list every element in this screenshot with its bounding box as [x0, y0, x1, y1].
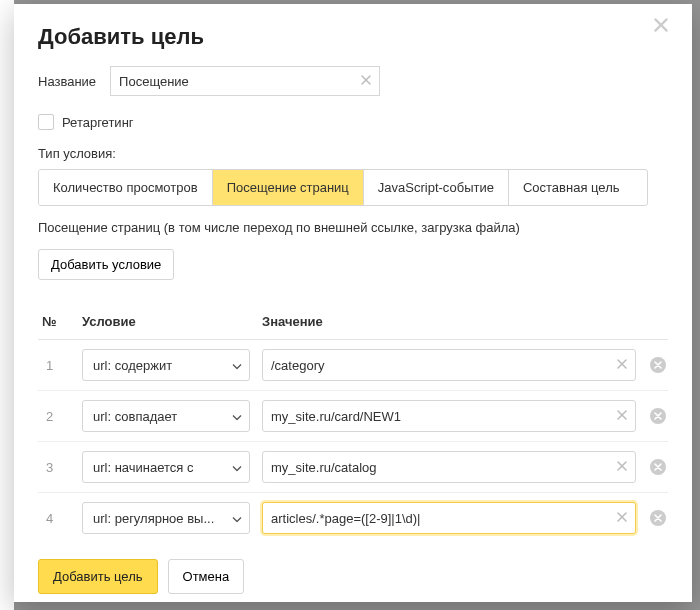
remove-row-icon[interactable]	[648, 457, 668, 477]
condition-select[interactable]: url: начинается с	[82, 451, 250, 483]
clear-value-icon[interactable]	[616, 358, 630, 372]
remove-row-icon[interactable]	[648, 406, 668, 426]
table-row: 2 url: совпадает	[38, 391, 668, 442]
remove-row-icon[interactable]	[648, 355, 668, 375]
name-input[interactable]	[110, 66, 380, 96]
chevron-down-icon	[232, 460, 242, 475]
tab-views[interactable]: Количество просмотров	[39, 170, 213, 205]
table-row: 3 url: начинается с	[38, 442, 668, 493]
retargeting-checkbox[interactable]	[38, 114, 54, 130]
tab-js-event[interactable]: JavaScript-событие	[364, 170, 509, 205]
condition-select-value: url: совпадает	[93, 409, 177, 424]
clear-value-icon[interactable]	[616, 511, 630, 525]
tab-composite[interactable]: Составная цель	[509, 170, 634, 205]
row-number: 1	[38, 358, 82, 373]
condition-type-tabs: Количество просмотров Посещение страниц …	[38, 169, 648, 206]
chevron-down-icon	[232, 358, 242, 373]
submit-button[interactable]: Добавить цель	[38, 559, 158, 594]
table-row: 1 url: содержит	[38, 340, 668, 391]
value-input[interactable]	[262, 400, 636, 432]
condition-select[interactable]: url: совпадает	[82, 400, 250, 432]
condition-select[interactable]: url: содержит	[82, 349, 250, 381]
condition-type-label: Тип условия:	[38, 146, 668, 161]
close-icon[interactable]	[652, 16, 676, 40]
name-label: Название	[38, 74, 96, 89]
col-header-condition: Условие	[82, 314, 262, 329]
chevron-down-icon	[232, 511, 242, 526]
add-goal-dialog: Добавить цель Название Ретаргетинг Тип у…	[14, 4, 692, 602]
row-number: 3	[38, 460, 82, 475]
table-row: 4 url: регулярное вы...	[38, 493, 668, 543]
value-input[interactable]	[262, 502, 636, 534]
col-header-num: №	[38, 314, 82, 329]
clear-name-icon[interactable]	[360, 74, 374, 88]
condition-select-value: url: регулярное вы...	[93, 511, 214, 526]
value-input[interactable]	[262, 451, 636, 483]
tab-pages[interactable]: Посещение страниц	[213, 170, 364, 205]
subtitle-text: Посещение страниц (в том числе переход п…	[38, 220, 668, 235]
remove-row-icon[interactable]	[648, 508, 668, 528]
value-input[interactable]	[262, 349, 636, 381]
add-condition-button[interactable]: Добавить условие	[38, 249, 174, 280]
col-header-value: Значение	[262, 314, 668, 329]
clear-value-icon[interactable]	[616, 460, 630, 474]
cancel-button[interactable]: Отмена	[168, 559, 245, 594]
row-number: 2	[38, 409, 82, 424]
condition-select[interactable]: url: регулярное вы...	[82, 502, 250, 534]
dialog-title: Добавить цель	[38, 24, 668, 50]
chevron-down-icon	[232, 409, 242, 424]
clear-value-icon[interactable]	[616, 409, 630, 423]
row-number: 4	[38, 511, 82, 526]
condition-select-value: url: содержит	[93, 358, 172, 373]
condition-select-value: url: начинается с	[93, 460, 194, 475]
retargeting-label: Ретаргетинг	[62, 115, 134, 130]
